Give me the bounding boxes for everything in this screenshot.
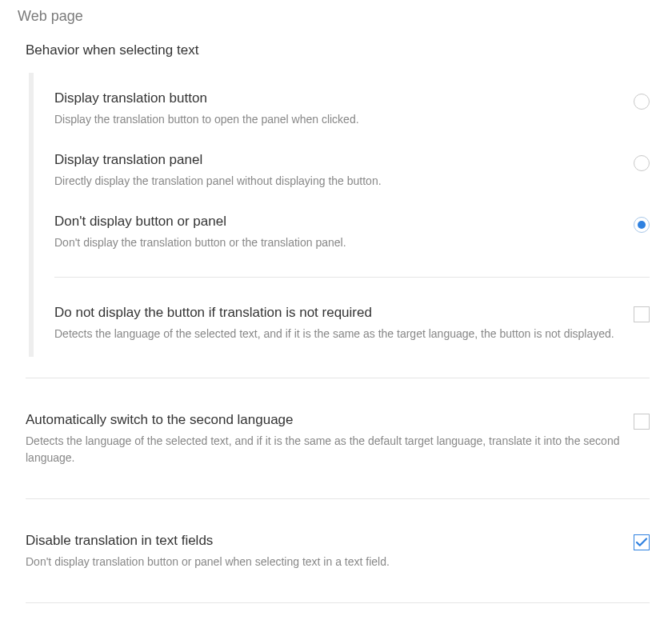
option-no-display[interactable]: Don't display button or panel Don't disp…	[54, 202, 658, 262]
option-hide-if-not-required[interactable]: Do not display the button if translation…	[54, 294, 658, 354]
checkbox-disable-text-fields[interactable]	[634, 534, 650, 550]
option-title: Don't display button or panel	[54, 214, 621, 230]
check-icon	[634, 535, 649, 550]
option-display-button[interactable]: Display translation button Display the t…	[54, 79, 658, 139]
divider	[26, 498, 650, 499]
option-desc: Display the translation button to open t…	[54, 111, 621, 128]
option-desc: Don't display the translation button or …	[54, 234, 621, 251]
page-title: Web page	[14, 8, 658, 25]
option-title: Display translation button	[54, 90, 621, 106]
divider	[26, 378, 650, 378]
radio-display-button[interactable]	[634, 94, 650, 110]
option-desc: Detects the language of the selected tex…	[54, 326, 621, 342]
checkbox-hide-if-not-required[interactable]	[634, 306, 650, 322]
option-title: Display translation panel	[54, 152, 621, 168]
option-display-panel[interactable]: Display translation panel Directly displ…	[54, 141, 658, 201]
option-title: Do not display the button if translation…	[54, 305, 621, 321]
divider	[26, 602, 650, 603]
checkbox-auto-switch[interactable]	[634, 414, 650, 430]
behavior-block: Display translation button Display the t…	[29, 73, 658, 357]
option-desc: Directly display the translation panel w…	[54, 173, 621, 190]
option-title: Automatically switch to the second langu…	[26, 412, 621, 428]
option-desc: Don't display translation button or pane…	[26, 554, 621, 570]
behavior-heading: Behavior when selecting text	[14, 42, 658, 58]
option-desc: Detects the language of the selected tex…	[26, 433, 621, 466]
divider	[54, 277, 650, 278]
option-auto-switch[interactable]: Automatically switch to the second langu…	[14, 412, 658, 466]
option-title: Disable translation in text fields	[26, 533, 621, 549]
option-disable-text-fields[interactable]: Disable translation in text fields Don't…	[14, 533, 658, 570]
radio-display-panel[interactable]	[634, 155, 650, 171]
radio-no-display[interactable]	[634, 217, 650, 233]
